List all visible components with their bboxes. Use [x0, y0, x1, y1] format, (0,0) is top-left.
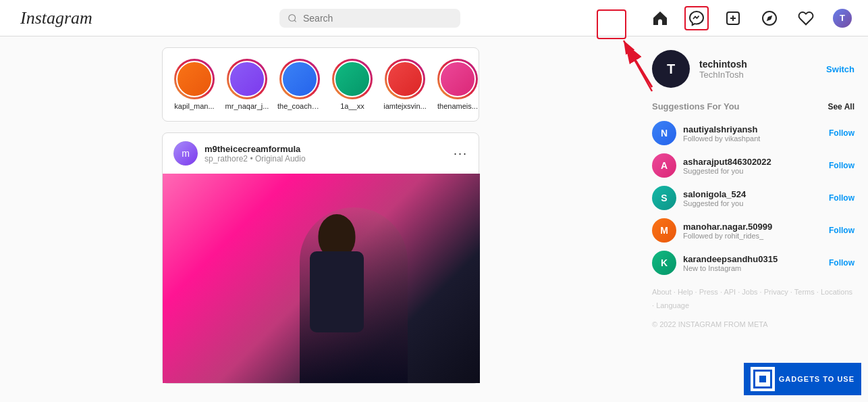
post-user-info: m9theicecreamformula sp_rathore2 • Origi… [205, 144, 306, 164]
story-item-5[interactable]: iamtejxsvin... [381, 59, 429, 110]
watermark: GADGETS TO USE [744, 363, 861, 395]
suggestion-username-5[interactable]: karandeepsandhu0315 [683, 254, 822, 264]
suggestion-item-4: M manohar.nagar.50999 Followed by rohit_… [652, 218, 855, 243]
footer-link-locations[interactable]: Locations [821, 288, 852, 296]
post-avatar: m [173, 141, 198, 166]
suggestion-info-3: salonigola_524 Suggested for you [683, 189, 822, 207]
suggestions-header: Suggestions For You See All [652, 101, 855, 111]
svg-marker-6 [767, 15, 772, 20]
footer-link-help[interactable]: Help [678, 288, 693, 296]
story-item-3[interactable]: the_coach_... [276, 59, 323, 110]
copyright-text: © 2022 INSTAGRAM FROM META [652, 318, 855, 332]
post-header: m m9theicecreamformula sp_rathore2 • Ori… [163, 133, 479, 174]
sidebar-profile-info: techintosh TechInTosh [699, 59, 817, 80]
footer-link-privacy[interactable]: Privacy [764, 288, 788, 296]
suggestion-username-2[interactable]: asharajput846302022 [683, 157, 822, 167]
suggestion-avatar-5: K [652, 251, 676, 275]
sidebar-username[interactable]: techintosh [699, 59, 817, 70]
post-subtitle: sp_rathore2 • Original Audio [205, 154, 306, 164]
suggestion-username-3[interactable]: salonigola_524 [683, 189, 822, 199]
suggestion-item-1: N nautiyalshriyansh Followed by vikashpa… [652, 121, 855, 145]
sidebar-footer: About · Help · Press · API · Jobs · Priv… [652, 286, 855, 331]
follow-button-5[interactable]: Follow [829, 258, 855, 268]
suggestion-item-5: K karandeepsandhu0315 New to Instagram F… [652, 251, 855, 275]
main-content: kapil_man... mr_naqar_j... the_coach_...… [0, 0, 868, 402]
suggestion-info-4: manohar.nagar.50999 Followed by rohit_ri… [683, 222, 822, 240]
explore-icon [761, 10, 778, 26]
story-item-2[interactable]: mr_naqar_j... [223, 59, 271, 110]
activity-button[interactable] [794, 6, 818, 30]
footer-link-terms[interactable]: Terms [794, 288, 815, 296]
sidebar-display-name: TechInTosh [699, 70, 817, 80]
follow-button-3[interactable]: Follow [829, 193, 855, 203]
suggestion-username-4[interactable]: manohar.nagar.50999 [683, 222, 822, 232]
suggestion-info-1: nautiyalshriyansh Followed by vikashpant [683, 124, 822, 143]
nav-icon-group: T [648, 6, 855, 30]
home-icon [652, 10, 668, 26]
story-username-1: kapil_man... [174, 102, 214, 110]
suggestion-avatar-4: M [652, 218, 676, 243]
story-username-6: thenameis... [437, 102, 478, 110]
footer-link-api[interactable]: API [724, 288, 736, 296]
suggestion-reason-5: New to Instagram [683, 264, 822, 272]
suggestion-item-3: S salonigola_524 Suggested for you Follo… [652, 186, 855, 210]
follow-button-2[interactable]: Follow [829, 161, 855, 170]
post-more-button[interactable]: ··· [454, 147, 468, 161]
new-post-icon [725, 10, 741, 26]
stories-section: kapil_man... mr_naqar_j... the_coach_...… [162, 47, 479, 122]
story-username-5: iamtejxsvin... [383, 102, 427, 110]
messenger-icon [688, 10, 705, 26]
story-item-4[interactable]: 1a__xx [329, 59, 376, 110]
new-post-button[interactable] [721, 6, 745, 30]
story-item-1[interactable]: kapil_man... [171, 59, 218, 110]
navbar: Instagram [0, 0, 868, 36]
suggestion-item-2: A asharajput846302022 Suggested for you … [652, 153, 855, 178]
sidebar-profile-avatar: T [652, 50, 690, 88]
profile-button[interactable]: T [830, 6, 855, 30]
story-username-4: 1a__xx [340, 102, 364, 110]
switch-button[interactable]: Switch [826, 64, 855, 74]
explore-button[interactable] [757, 6, 782, 30]
suggestion-reason-3: Suggested for you [683, 199, 822, 207]
feed-area: kapil_man... mr_naqar_j... the_coach_...… [162, 36, 499, 402]
search-input[interactable] [303, 13, 452, 24]
footer-link-language[interactable]: Language [656, 301, 689, 309]
follow-button-4[interactable]: Follow [829, 226, 855, 235]
svg-point-0 [289, 14, 296, 21]
messenger-button[interactable] [684, 6, 709, 30]
activity-icon [798, 10, 814, 26]
footer-links: About · Help · Press · API · Jobs · Priv… [652, 286, 855, 313]
footer-link-jobs[interactable]: Jobs [742, 288, 757, 296]
suggestion-reason-4: Followed by rohit_rides_ [683, 232, 822, 240]
right-sidebar: T techintosh TechInTosh Switch Suggestio… [639, 36, 868, 402]
see-all-button[interactable]: See All [828, 102, 855, 111]
suggestion-username-1[interactable]: nautiyalshriyansh [683, 124, 822, 134]
story-username-3: the_coach_... [277, 102, 322, 110]
post-image [163, 174, 480, 383]
story-username-2: mr_naqar_j... [225, 102, 269, 110]
story-item-6[interactable]: thenameis... [434, 59, 479, 110]
suggestion-reason-1: Followed by vikashpant [683, 134, 822, 143]
suggestion-info-5: karandeepsandhu0315 New to Instagram [683, 254, 822, 272]
home-button[interactable] [648, 6, 672, 30]
search-icon [288, 13, 298, 24]
suggestion-info-2: asharajput846302022 Suggested for you [683, 157, 822, 175]
search-bar[interactable] [279, 9, 460, 28]
suggestion-reason-2: Suggested for you [683, 167, 822, 175]
instagram-logo: Instagram [20, 8, 92, 28]
watermark-text: GADGETS TO USE [779, 375, 855, 383]
svg-line-1 [295, 20, 297, 22]
suggestions-title: Suggestions For You [652, 101, 740, 111]
sidebar-profile: T techintosh TechInTosh Switch [652, 50, 855, 88]
suggestion-avatar-1: N [652, 121, 676, 145]
footer-link-about[interactable]: About [652, 288, 672, 296]
follow-button-1[interactable]: Follow [829, 128, 855, 138]
post-card: m m9theicecreamformula sp_rathore2 • Ori… [162, 132, 479, 384]
footer-link-press[interactable]: Press [699, 288, 718, 296]
suggestion-avatar-3: S [652, 186, 676, 210]
post-username[interactable]: m9theicecreamformula [205, 144, 306, 154]
suggestion-avatar-2: A [652, 153, 676, 178]
